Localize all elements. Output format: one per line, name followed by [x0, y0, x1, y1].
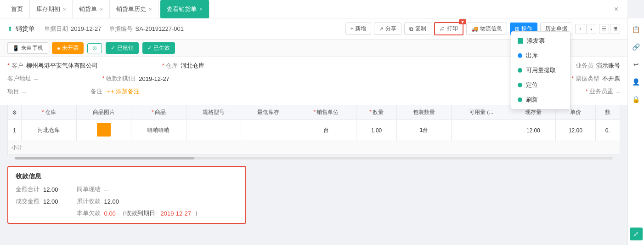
tab-home[interactable]: 首页 [5, 0, 30, 18]
available-qty-icon [518, 68, 522, 73]
tab-sales-close[interactable]: × [100, 6, 102, 12]
th-spec: 规格型号 [186, 105, 241, 120]
tab-view-sales-close[interactable]: × [199, 6, 202, 12]
project-value: -- [22, 88, 26, 95]
row-img [76, 120, 131, 141]
doc-no-label: 单据编号 [109, 25, 133, 33]
staff2-label: 业务员孟 [586, 87, 614, 96]
dropdown-available-qty[interactable]: 可用量提取 [511, 63, 570, 78]
customer-label: 客户 [7, 62, 23, 70]
scroll-thumb[interactable] [15, 157, 194, 160]
table-row: 1 河北仓库 嘻嘻嘻嘻 台 1.00 1台 12.00 12.00 0. [8, 120, 620, 141]
already-void-button[interactable]: ✓ 已核销 [106, 42, 138, 54]
product-table-wrapper: ⚙ *仓库 商品图片 *商品 规格型号 最低库存 *销售单位 *数量 包装数量 … [0, 105, 627, 161]
dropdown-out-stock-label: 出库 [526, 51, 538, 60]
window-close-button[interactable]: × [610, 5, 623, 13]
project-field: 项目 -- [7, 87, 26, 96]
doc-meta: 单据日期 2019-12-27 单据编号 SA-20191227-001 [44, 25, 184, 33]
phone-icon: 📱 [12, 45, 19, 51]
row-product: 嘻嘻嘻嘻 [131, 120, 186, 141]
payment-owed-row: 本单欠款 0.00 （收款到期日: 2019-12-27 ） [77, 209, 201, 217]
new-button[interactable]: + 新增 [345, 23, 371, 35]
share-button[interactable]: ↗ 分享 [374, 23, 401, 35]
subtotal-label: 小计 [8, 141, 620, 155]
row-no: 1 [8, 120, 22, 141]
doc-date-item: 单据日期 2019-12-27 [44, 25, 102, 33]
payment-total-value: 12.00 [43, 186, 58, 193]
sidebar-doc-icon[interactable]: 📋 [630, 23, 643, 36]
row-amount: 0. [595, 120, 620, 141]
tab-sales[interactable]: 销货单 × [73, 0, 109, 18]
sidebar-expand-icon[interactable]: ⤢ [630, 228, 643, 228]
next-arrow[interactable]: › [586, 24, 596, 34]
row-pack-qty: 1台 [396, 120, 452, 141]
doc-date-value: 2019-12-27 [71, 25, 102, 32]
nav-arrows: ‹ › [575, 24, 596, 34]
grid-view-icon[interactable]: ⊞ [610, 24, 620, 34]
prev-arrow[interactable]: ‹ [575, 24, 585, 34]
confirm-button[interactable]: ⊙ [87, 43, 102, 53]
dropdown-refresh[interactable]: 刷新 [511, 92, 570, 107]
payment-section: 收款信息 金额合计 12.00 成交金额 12.00 同单现结 -- 累计收款 [7, 166, 246, 224]
tab-sales-history[interactable]: 销货单历史 × [110, 0, 158, 18]
th-qty: *数量 [356, 105, 397, 120]
already-effect-button[interactable]: ✓ 已生效 [142, 42, 175, 54]
doc-icon: ⬆ [7, 25, 13, 33]
row-qty: 1.00 [356, 120, 397, 141]
warehouse-label: 仓库 [162, 62, 178, 70]
dropdown-locate[interactable]: 定位 [511, 78, 570, 92]
tab-inventory-close[interactable]: × [63, 6, 66, 12]
row-current-qty: 12.00 [511, 120, 555, 141]
dropdown-locate-label: 定位 [526, 81, 538, 89]
locate-icon [518, 83, 522, 87]
row-unit-price: 12.00 [556, 120, 595, 141]
staff2-field: 业务员孟 -- [586, 87, 620, 96]
logistics-button[interactable]: 🚚 物流信息 [466, 23, 507, 35]
share-icon: ↗ [379, 26, 384, 32]
print-button[interactable]: 🖨 打印 ▼ [434, 22, 463, 35]
row-warehouse: 河北仓库 [22, 120, 77, 141]
operate-dropdown: 添发票 出库 可用量提取 定位 刷新 [511, 31, 571, 109]
copy-icon: ⧉ [409, 26, 413, 32]
doc-no-item: 单据编号 SA-20191227-001 [109, 25, 184, 33]
print-icon: 🖨 [440, 26, 445, 32]
doc-title: 销货单 [16, 25, 35, 33]
sidebar-user-icon[interactable]: 👤 [630, 75, 643, 88]
payment-date-value: 2019-12-27 [139, 75, 169, 82]
staff2-value: -- [616, 88, 620, 95]
tab-view-sales[interactable]: 查看销货单 × [160, 0, 209, 18]
payment-owed-end: ） [195, 209, 201, 217]
dropdown-add-invoice[interactable]: 添发票 [511, 34, 570, 48]
tab-sales-history-close[interactable]: × [149, 6, 152, 12]
doc-date-label: 单据日期 [44, 25, 68, 33]
add-note-button[interactable]: ＋ + 添加备注 [105, 87, 140, 96]
not-open-ticket-button[interactable]: ● 未开票 [52, 42, 84, 54]
sidebar-lock-icon[interactable]: 🔒 [630, 93, 643, 106]
row-available [452, 120, 511, 141]
tab-bar: 首页 库存期初 × 销货单 × 销货单历史 × 查看销货单 × × [0, 0, 627, 18]
row-min-stock [241, 120, 296, 141]
warehouse-field: 仓库 河北仓库 [162, 62, 205, 70]
payment-deal-label: 成交金额 [16, 197, 40, 205]
th-available: 可用量 (... [452, 105, 511, 120]
ticket-label: 票据类型 [571, 74, 599, 83]
dropdown-available-qty-label: 可用量提取 [526, 66, 556, 74]
list-view-icon[interactable]: ☰ [599, 24, 609, 34]
tab-inventory[interactable]: 库存期初 × [30, 0, 73, 18]
horizontal-scrollbar[interactable] [15, 157, 613, 160]
payment-total-received-row: 累计收款 12.00 [77, 197, 201, 205]
ticket-value: 不开票 [602, 74, 620, 83]
payment-owed-label: 本单欠款 [77, 209, 101, 217]
sidebar-link-icon[interactable]: 🔗 [630, 40, 643, 53]
from-phone-button[interactable]: 📱 来自手机 [7, 42, 48, 54]
copy-button[interactable]: ⧉ 复制 [404, 23, 431, 35]
staff-value: 演示账号 [596, 62, 620, 70]
customer-field: 客户 柳州粤港平安气体有限公司 [7, 62, 98, 70]
th-gear[interactable]: ⚙ [8, 105, 22, 120]
note-label: 备注 [90, 87, 102, 96]
product-table: ⚙ *仓库 商品图片 *商品 规格型号 最低库存 *销售单位 *数量 包装数量 … [7, 105, 620, 155]
dropdown-out-stock[interactable]: 出库 [511, 48, 570, 63]
th-product: *商品 [131, 105, 186, 120]
right-sidebar: 📋 🔗 ↩ 👤 🔒 ⤢ [627, 18, 644, 228]
sidebar-undo-icon[interactable]: ↩ [630, 58, 643, 71]
